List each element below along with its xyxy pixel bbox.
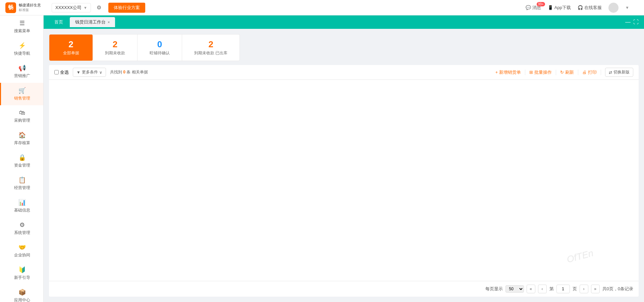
select-all-label[interactable]: 全选 [54, 69, 69, 75]
sidebar-item-quick-nav[interactable]: ⚡ 快捷导航 [0, 38, 43, 60]
sidebar-label-sales: 销售管理 [14, 96, 30, 101]
select-all-checkbox[interactable] [54, 70, 59, 74]
card-overdue-unpaid[interactable]: 2 到期未收款 [93, 35, 138, 61]
trial-button[interactable]: 体验行业方案 [108, 3, 145, 13]
summary-cards: 2 全部单据 2 到期未收款 0 旺铺待确认 2 到期未收款 已出库 [49, 34, 240, 61]
found-count: 0 [123, 70, 125, 74]
sidebar-label-finance: 资金管理 [14, 163, 30, 168]
message-button[interactable]: 💬 消息 99+ [526, 5, 541, 11]
last-page-button[interactable]: » [591, 285, 600, 293]
page-size-select[interactable]: 50 10 20 100 [505, 285, 524, 293]
batch-icon: ⊞ [529, 70, 533, 75]
online-service-icon: 🎧 [578, 5, 583, 10]
first-page-icon: « [530, 287, 532, 291]
switch-label: 切换新版 [613, 69, 630, 75]
sidebar-label-inventory: 库存核算 [14, 140, 30, 146]
prev-page-icon: ‹ [542, 287, 543, 291]
last-page-icon: » [594, 287, 596, 291]
sidebar-label-search-menu: 搜索菜单 [14, 28, 30, 34]
tab-close-icon[interactable]: × [108, 20, 110, 24]
prev-page-button[interactable]: ‹ [538, 285, 547, 293]
settings-button[interactable]: ⚙ [94, 2, 104, 13]
next-page-icon: › [583, 287, 585, 291]
sidebar-label-system: 系统管理 [14, 230, 30, 236]
logo-badge: 标准版 [19, 8, 41, 12]
user-name: ▼ [625, 3, 639, 13]
sidebar-item-finance[interactable]: 🔒 资金管理 [0, 150, 43, 172]
sidebar-item-guide[interactable]: 🔰 新手引导 [0, 262, 43, 285]
app-download-icon: 📱 [548, 5, 553, 10]
message-badge: 99+ [537, 2, 545, 6]
base-icon: 📊 [18, 199, 26, 206]
toolbar-left: 全选 ▼ 更多条件 ∨ 共找到 0 条 相关单据 [54, 68, 491, 77]
print-button[interactable]: 🖨 打印 [582, 69, 597, 75]
tab-maximize-button[interactable]: ⛶ [633, 19, 639, 25]
sidebar-item-marketing[interactable]: 📢 营销推广 [0, 60, 43, 83]
company-selector[interactable]: XXXXXX公司 ▼ [52, 3, 91, 12]
sidebar-item-base[interactable]: 📊 基础信息 [0, 195, 43, 217]
filter-label: 更多条件 [82, 69, 98, 75]
purchase-icon: 🛍 [19, 109, 25, 116]
select-all-text: 全选 [60, 69, 69, 75]
message-icon: 💬 [526, 5, 531, 10]
toolbar: 全选 ▼ 更多条件 ∨ 共找到 0 条 相关单据 [49, 65, 639, 80]
switch-icon: ⇄ [609, 70, 612, 75]
ops-icon: 📋 [18, 176, 26, 184]
card-all-count: 2 [61, 39, 80, 50]
sidebar-item-inventory[interactable]: 🏠 库存核算 [0, 127, 43, 150]
filter-button[interactable]: ▼ 更多条件 ∨ [73, 68, 106, 77]
sidebar-item-sales[interactable]: 🛒 销售管理 [0, 83, 43, 105]
inventory-icon: 🏠 [18, 131, 26, 139]
add-order-button[interactable]: + 新增销货单 [495, 69, 521, 75]
card-all-label: 全部单据 [61, 50, 80, 56]
card-pending-confirm-count: 0 [150, 39, 170, 50]
switch-version-button[interactable]: ⇄ 切换新版 [605, 68, 633, 77]
online-service-label: 在线客服 [584, 5, 602, 11]
batch-label: 批量操作 [534, 69, 552, 75]
tab-minimize-button[interactable]: — [625, 19, 631, 25]
quick-nav-icon: ⚡ [18, 42, 26, 49]
company-name: XXXXXX公司 [55, 5, 82, 11]
appcenter-icon: 📦 [18, 289, 26, 296]
next-page-button[interactable]: › [580, 285, 588, 293]
card-all[interactable]: 2 全部单据 [49, 35, 93, 61]
card-overdue-unpaid-count: 2 [105, 39, 125, 50]
sidebar-label-appcenter: 应用中心 [14, 297, 30, 302]
sidebar-item-ops[interactable]: 📋 经营管理 [0, 172, 43, 195]
sidebar-label-base: 基础信息 [14, 207, 30, 213]
filter-icon: ▼ [76, 70, 80, 75]
card-overdue-unpaid-label: 到期未收款 [105, 50, 125, 56]
total-info: 共0页，0条记录 [602, 286, 633, 292]
batch-operation-button[interactable]: ⊞ 批量操作 [529, 69, 552, 75]
logo-icon: 畅 [5, 2, 16, 13]
page-size-label: 每页显示 [485, 286, 503, 292]
card-pending-confirm-label: 旺铺待确认 [150, 50, 170, 56]
sidebar-label-purchase: 采购管理 [14, 118, 30, 123]
add-order-label: + 新增销货单 [495, 69, 521, 75]
print-icon: 🖨 [582, 70, 587, 75]
sidebar-item-corp[interactable]: 🤝 企业协同 [0, 240, 43, 262]
sidebar-item-system[interactable]: ⚙ 系统管理 [0, 217, 43, 240]
logo-area: 畅 畅捷通好生意 标准版 [5, 2, 49, 13]
page-input[interactable] [556, 285, 570, 293]
sidebar-item-purchase[interactable]: 🛍 采购管理 [0, 105, 43, 127]
toolbar-divider-1 [525, 70, 525, 75]
tab-home[interactable]: 首页 [49, 17, 68, 27]
online-service-button[interactable]: 🎧 在线客服 [578, 5, 602, 11]
tab-bar: 首页 钱货日清工作台 × — ⛶ [44, 15, 644, 29]
app-download-label: App下载 [554, 5, 571, 11]
refresh-button[interactable]: ↻ 刷新 [560, 69, 574, 75]
sidebar-item-search-menu[interactable]: ☰ 搜索菜单 [0, 15, 43, 38]
filter-arrow-icon: ∨ [99, 70, 102, 75]
main-card: 全选 ▼ 更多条件 ∨ 共找到 0 条 相关单据 [49, 65, 639, 297]
avatar[interactable] [608, 3, 619, 13]
tab-workbench[interactable]: 钱货日清工作台 × [70, 17, 115, 27]
sidebar: ☰ 搜索菜单 ⚡ 快捷导航 📢 营销推广 🛒 销售管理 🛍 采购管理 🏠 库存核… [0, 15, 44, 302]
sidebar-item-appcenter[interactable]: 📦 应用中心 [0, 285, 43, 302]
card-pending-confirm[interactable]: 0 旺铺待确认 [138, 35, 182, 61]
card-overdue-unshipped[interactable]: 2 到期未收款 已出库 [182, 35, 239, 61]
first-page-button[interactable]: « [527, 285, 535, 293]
system-icon: ⚙ [19, 221, 25, 229]
app-download-button[interactable]: 📱 App下载 [548, 5, 571, 11]
tab-workbench-label: 钱货日清工作台 [75, 19, 106, 25]
